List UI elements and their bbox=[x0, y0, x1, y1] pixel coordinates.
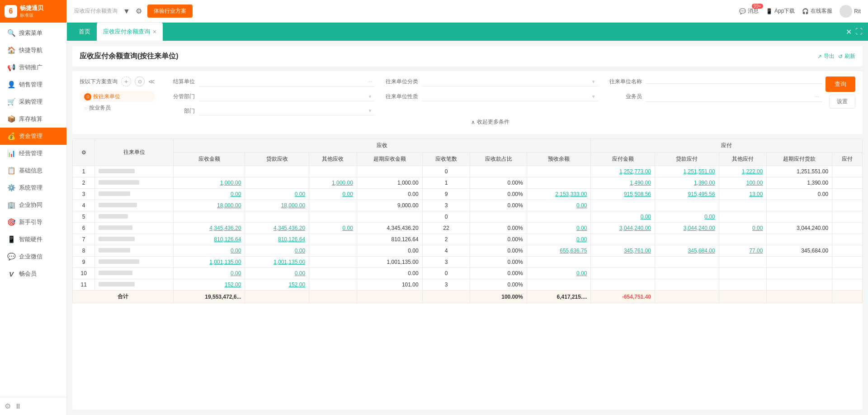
sidebar-item-finance[interactable]: 💰 资金管理 bbox=[0, 128, 66, 145]
filter-more-btn[interactable]: ∧ 收起更多条件 bbox=[159, 115, 822, 129]
filter-by-unit[interactable]: ⊙ 按往来单位 bbox=[80, 91, 155, 102]
row-ar: 1,000.00 bbox=[174, 177, 245, 189]
sidebar-item-purchase[interactable]: 🛒 采购管理 bbox=[0, 93, 66, 110]
tab-close-icon[interactable]: × bbox=[153, 28, 156, 35]
filter-row1: 按以下方案查询 + ⊙ ≪ bbox=[80, 76, 155, 86]
row-loan-ar bbox=[245, 211, 309, 223]
table-row: 8 0.00 0.00 0.00 4 0.00% 655,636.75 345,… bbox=[73, 245, 863, 257]
th-ap2: 应付 bbox=[832, 153, 863, 166]
row-ar-ratio: 0.00% bbox=[470, 245, 527, 257]
sidebar-item-label: 资金管理 bbox=[19, 132, 42, 140]
row-num: 5 bbox=[73, 211, 95, 223]
user-profile[interactable]: Rit bbox=[840, 5, 861, 18]
basic-icon: 📋 bbox=[7, 167, 15, 175]
tab-close-window-icon[interactable]: ✕ bbox=[846, 28, 852, 36]
filter-unit-name-input[interactable] bbox=[646, 80, 822, 84]
row-ar-count: 3 bbox=[422, 200, 470, 211]
sidebar-item-label: 企业微信 bbox=[19, 253, 42, 261]
message-badge: 99+ bbox=[752, 4, 763, 9]
row-overdue-ar bbox=[357, 211, 422, 223]
row-loan-ar: 0.00 bbox=[245, 245, 309, 257]
message-action[interactable]: 💬 消息 99+ bbox=[739, 7, 759, 15]
sidebar-item-guide[interactable]: 🎯 新手引导 bbox=[0, 214, 66, 231]
filter-salesperson-input[interactable]: ··· bbox=[646, 91, 822, 102]
header-gear-icon[interactable]: ⚙ bbox=[136, 7, 142, 15]
row-ap2 bbox=[832, 223, 863, 234]
filter-main-row: 按以下方案查询 + ⊙ ≪ ⊙ 按往来单位 ○ bbox=[80, 76, 855, 129]
row-other-ar bbox=[309, 245, 357, 257]
filter-category-arrow: ▼ bbox=[591, 79, 596, 84]
refresh-icon: ↺ bbox=[838, 53, 843, 60]
tab-ar-ap-query[interactable]: 应收应付余额查询 × bbox=[97, 23, 163, 41]
collapse-footer-icon[interactable]: ⏸ bbox=[14, 402, 22, 410]
filter-right-actions: 查询 设置 bbox=[826, 76, 855, 129]
summary-loan-ap bbox=[655, 291, 719, 303]
summary-other-ar bbox=[309, 291, 357, 303]
row-ap2 bbox=[832, 211, 863, 223]
filter-salesperson-dots: ··· bbox=[815, 93, 819, 100]
row-ar bbox=[174, 211, 245, 223]
app-download-action[interactable]: 📱 App下载 bbox=[766, 7, 795, 15]
row-loan-ap bbox=[655, 257, 719, 268]
sidebar-item-basic[interactable]: 📋 基础信息 bbox=[0, 162, 66, 179]
query-button[interactable]: 查询 bbox=[826, 76, 855, 92]
sidebar-item-quick-nav[interactable]: 🏠 快捷导航 bbox=[0, 42, 66, 59]
sidebar-item-inventory[interactable]: 📦 库存核算 bbox=[0, 110, 66, 128]
filter-nature-input[interactable]: ▼ bbox=[422, 92, 598, 101]
sidebar-item-sales[interactable]: 👤 销售管理 bbox=[0, 76, 66, 93]
sidebar-item-enterprise[interactable]: 🏢 企业协同 bbox=[0, 196, 66, 214]
export-button[interactable]: ↗ 导出 bbox=[817, 52, 835, 60]
settings-footer-icon[interactable]: ⚙ bbox=[5, 402, 11, 410]
row-num: 9 bbox=[73, 257, 95, 268]
filter-category-input[interactable]: ▼ bbox=[422, 77, 598, 86]
filter-by-salesperson[interactable]: ○ 按业务员 bbox=[80, 102, 155, 114]
refresh-button[interactable]: ↺ 刷新 bbox=[838, 52, 855, 60]
filter-collapse-button[interactable]: ≪ bbox=[148, 78, 155, 85]
sidebar-item-operations[interactable]: 📊 经营管理 bbox=[0, 145, 66, 162]
chevron-up-icon: ∧ bbox=[471, 119, 475, 125]
settings-button[interactable]: 设置 bbox=[829, 95, 855, 109]
export-label: 导出 bbox=[824, 52, 835, 60]
sidebar-item-search[interactable]: 🔍 搜索菜单 bbox=[0, 24, 66, 42]
row-ar: 0.00 bbox=[174, 268, 245, 279]
member-icon: V bbox=[7, 270, 15, 278]
row-advance: 0.00 bbox=[527, 200, 591, 211]
nav-dropdown-btn[interactable]: ▼ bbox=[123, 7, 130, 15]
row-loan-ap bbox=[655, 234, 719, 245]
sidebar-item-wechat[interactable]: 💬 企业微信 bbox=[0, 248, 66, 265]
filter-field-category: 往来单位分类 ▼ bbox=[382, 76, 598, 87]
filter-dept-input[interactable]: ▼ bbox=[198, 92, 375, 101]
row-advance bbox=[527, 177, 591, 189]
sidebar-item-system[interactable]: ⚙️ 系统管理 bbox=[0, 179, 66, 196]
gear-th[interactable]: ⚙ bbox=[73, 139, 95, 166]
filter-field-unit-name: 往来单位名称 bbox=[606, 76, 822, 87]
filter-dept-label: 分管部门 bbox=[159, 93, 195, 100]
filter-add-button[interactable]: + bbox=[121, 76, 131, 86]
filter-area: 按以下方案查询 + ⊙ ≪ ⊙ 按往来单位 ○ bbox=[72, 71, 863, 134]
table-row: 11 152.00 152.00 101.00 3 0.00% bbox=[73, 279, 863, 291]
service-action[interactable]: 🎧 在线客服 bbox=[802, 7, 832, 15]
summary-other-ap bbox=[719, 291, 767, 303]
tab-fullscreen-icon[interactable]: ⛶ bbox=[855, 28, 863, 36]
sidebar-item-label: 新手引导 bbox=[19, 218, 42, 226]
table-row: 6 4,345,436.20 4,345,436.20 0.00 4,345,4… bbox=[73, 223, 863, 234]
filter-settings-button[interactable]: ⊙ bbox=[135, 76, 145, 86]
filter-department-input[interactable]: ▼ bbox=[198, 106, 375, 115]
filter-unit-label: 按往来单位 bbox=[93, 93, 120, 100]
row-num: 7 bbox=[73, 234, 95, 245]
promo-button[interactable]: 体验行业方案 bbox=[147, 5, 193, 18]
sidebar-item-member[interactable]: V 畅会员 bbox=[0, 265, 66, 282]
row-ar: 4,345,436.20 bbox=[174, 223, 245, 234]
breadcrumb: 应收应付余额查询 bbox=[74, 7, 118, 15]
sidebar-item-marketing[interactable]: 📢 营销推广 bbox=[0, 59, 66, 76]
row-other-ap bbox=[719, 200, 767, 211]
row-overdue-ap bbox=[767, 279, 832, 291]
sidebar-item-hardware[interactable]: 📱 智能硬件 bbox=[0, 231, 66, 248]
filter-settlement-input[interactable]: ··· bbox=[198, 76, 375, 87]
th-group-ap: 应付 bbox=[591, 139, 863, 153]
row-ar-ratio bbox=[470, 211, 527, 223]
tab-home[interactable]: 首页 bbox=[72, 23, 97, 41]
row-other-ar bbox=[309, 257, 357, 268]
table-row: 10 0.00 0.00 0.00 0 0.00% 0.00 bbox=[73, 268, 863, 279]
row-overdue-ar: 0.00 bbox=[357, 189, 422, 200]
